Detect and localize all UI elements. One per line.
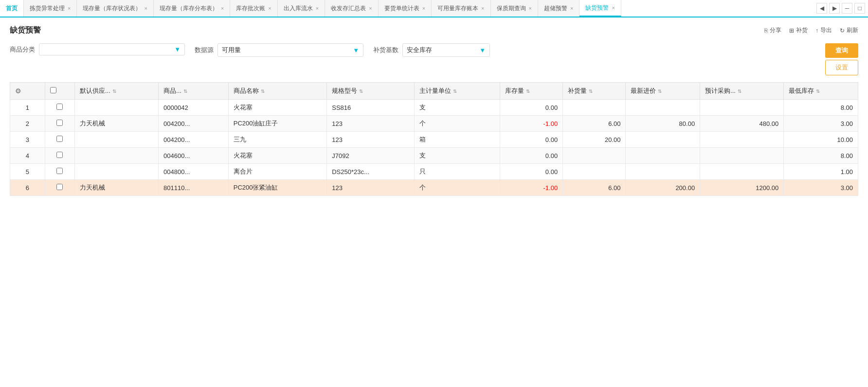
tab-abnormal[interactable]: 拣货异常处理 × (24, 0, 77, 17)
filter-area: 商品分类 ▼ 数据源 可用量 ▼ 补货基数 安全库存 ▼ 查询 设置 (10, 43, 858, 75)
cell-check[interactable] (45, 100, 74, 116)
cell-minstock: 3.00 (784, 180, 858, 196)
settings-button[interactable]: 设置 (825, 60, 858, 75)
cell-supplier (74, 132, 158, 148)
category-label: 商品分类 (10, 45, 35, 54)
tab-close-demand[interactable]: × (422, 5, 425, 11)
settings-col-icon[interactable]: ⚙ (15, 87, 21, 95)
cell-replenish: 6.00 (563, 116, 626, 132)
code-sort-icon: ⇅ (183, 88, 187, 94)
tab-batch[interactable]: 库存批次账 × (230, 0, 277, 17)
tab-close-collect[interactable]: × (369, 5, 372, 11)
category-select[interactable]: ▼ (39, 43, 185, 55)
cell-stock: -1.00 (500, 116, 562, 132)
share-button[interactable]: ⎘ 分享 (764, 26, 781, 35)
cell-name: 火花塞 (228, 100, 327, 116)
cell-supplier (74, 148, 158, 164)
query-button[interactable]: 查询 (825, 43, 858, 58)
export-button[interactable]: ↑ 导出 (815, 26, 832, 35)
th-stock[interactable]: 库存量 ⇅ (500, 83, 562, 100)
tab-prev-btn[interactable]: ◀ (816, 3, 827, 14)
header-actions: ⎘ 分享 ⊞ 补货 ↑ 导出 ↻ 刷新 (764, 26, 858, 35)
replenish-button[interactable]: ⊞ 补货 (789, 26, 808, 35)
data-table: ⚙ 默认供应... ⇅ 商品... ⇅ (10, 82, 858, 196)
cell-estimate (700, 148, 784, 164)
tab-stock-status[interactable]: 现存量（库存状况表） × (77, 0, 153, 17)
th-check[interactable] (45, 83, 74, 100)
tab-expiry[interactable]: 保质期查询 × (491, 0, 538, 17)
cell-estimate (700, 164, 784, 180)
cell-check[interactable] (45, 180, 74, 196)
row-checkbox[interactable] (56, 152, 63, 158)
cell-name: PC200张紧油缸 (228, 180, 327, 196)
tab-collect[interactable]: 收发存汇总表 × (325, 0, 378, 17)
th-settings[interactable]: ⚙ (10, 83, 45, 100)
refresh-button[interactable]: ↻ 刷新 (840, 26, 858, 35)
tab-close-available[interactable]: × (481, 5, 484, 11)
cell-minstock: 3.00 (784, 116, 858, 132)
cell-replenish: 6.00 (563, 180, 626, 196)
tab-close-shortage[interactable]: × (612, 5, 615, 11)
tab-close-batch[interactable]: × (268, 5, 271, 11)
cell-price (626, 148, 700, 164)
th-supplier[interactable]: 默认供应... ⇅ (74, 83, 158, 100)
th-price[interactable]: 最新进价 ⇅ (626, 83, 700, 100)
cell-check[interactable] (45, 164, 74, 180)
table-row: 3 004200... 三九 123 箱 0.00 20.00 10.00 (10, 132, 858, 148)
th-estimate[interactable]: 预计采购... ⇅ (700, 83, 784, 100)
th-spec[interactable]: 规格型号 ⇅ (327, 83, 415, 100)
table-row: 6 力天机械 801110... PC200张紧油缸 123 个 -1.00 6… (10, 180, 858, 196)
cell-num: 1 (10, 100, 45, 116)
tab-demand[interactable]: 要货单统计表 × (379, 0, 432, 17)
cell-name: PC200油缸庄子 (228, 116, 327, 132)
tab-close-overstock[interactable]: × (570, 5, 573, 11)
cell-price (626, 100, 700, 116)
th-supplier-label: 默认供应... (80, 87, 110, 95)
cell-spec: SS816 (327, 100, 415, 116)
tab-stock-dist[interactable]: 现存量（库存分布表） × (154, 0, 230, 17)
stock-sort-icon: ⇅ (526, 88, 530, 94)
th-estimate-label: 预计采购... (705, 87, 736, 95)
datasource-select[interactable]: 可用量 ▼ (217, 43, 363, 57)
tab-next-btn[interactable]: ▶ (829, 3, 840, 14)
th-name[interactable]: 商品名称 ⇅ (228, 83, 327, 100)
cell-code: 801110... (159, 180, 229, 196)
tab-close-abnormal[interactable]: × (68, 5, 71, 11)
th-replenish[interactable]: 补货量 ⇅ (563, 83, 626, 100)
page-header: 缺货预警 ⎘ 分享 ⊞ 补货 ↑ 导出 ↻ 刷新 (10, 25, 858, 35)
th-code[interactable]: 商品... ⇅ (159, 83, 229, 100)
th-minstock[interactable]: 最低库存 ⇅ (784, 83, 858, 100)
estimate-sort-icon: ⇅ (738, 88, 741, 94)
tab-maximize-btn[interactable]: □ (854, 3, 865, 14)
row-checkbox[interactable] (56, 120, 63, 126)
base-select[interactable]: 安全库存 ▼ (402, 43, 490, 57)
cell-code: 004200... (159, 116, 229, 132)
tab-inout-flow[interactable]: 出入库流水 × (278, 0, 325, 17)
cell-price (626, 132, 700, 148)
tab-close-stock-dist[interactable]: × (221, 5, 224, 11)
row-checkbox[interactable] (56, 136, 63, 142)
th-minstock-label: 最低库存 (789, 87, 814, 95)
cell-price: 200.00 (626, 180, 700, 196)
th-unit[interactable]: 主计量单位 ⇅ (414, 83, 500, 100)
row-checkbox[interactable] (56, 168, 63, 174)
tab-overstock[interactable]: 超储预警 × (538, 0, 579, 17)
cell-estimate: 480.00 (700, 116, 784, 132)
datasource-value: 可用量 (222, 46, 241, 54)
row-checkbox[interactable] (56, 184, 63, 190)
tab-close-expiry[interactable]: × (529, 5, 532, 11)
tab-close-stock-status[interactable]: × (144, 5, 147, 11)
tab-nav-controls: ◀ ▶ ─ □ (814, 3, 868, 14)
cell-num: 5 (10, 164, 45, 180)
row-checkbox[interactable] (56, 104, 63, 110)
tab-close-inout-flow[interactable]: × (316, 5, 319, 11)
table-body: 1 0000042 火花塞 SS816 支 0.00 8.00 2 力天机械 0… (10, 100, 858, 196)
cell-check[interactable] (45, 116, 74, 132)
tab-available[interactable]: 可用量库存账本 × (432, 0, 490, 17)
cell-check[interactable] (45, 148, 74, 164)
select-all-checkbox[interactable] (50, 87, 56, 93)
tab-home[interactable]: 首页 (0, 0, 24, 17)
tab-minimize-btn[interactable]: ─ (842, 3, 852, 14)
tab-shortage[interactable]: 缺货预警 × (579, 0, 621, 17)
cell-check[interactable] (45, 132, 74, 148)
